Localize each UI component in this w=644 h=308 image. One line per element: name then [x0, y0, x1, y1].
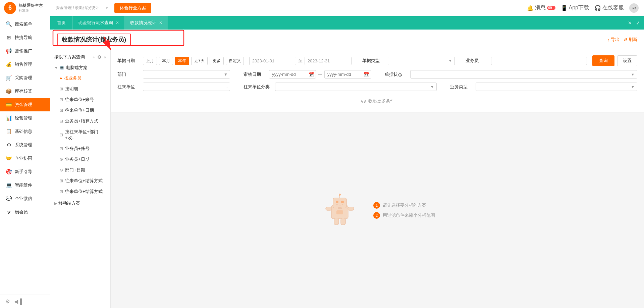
date-btn-7days[interactable]: 近7天	[191, 57, 208, 65]
date-btn-this-month[interactable]: 本月	[159, 57, 173, 65]
date-from-input[interactable]	[249, 57, 296, 65]
scheme-item-unit-dept-recv[interactable]: ⊡ 按往来单位+部门+收...	[50, 126, 110, 143]
data-area: 1 请先选择要分析的方案 2 用过滤条件来缩小分析范围	[111, 112, 644, 308]
download-icon: 📱	[561, 5, 568, 11]
review-date-label: 审核日期	[244, 71, 264, 78]
add-scheme-icon[interactable]: +	[93, 54, 95, 60]
receipt-tab-close-icon[interactable]: ✕	[159, 20, 162, 25]
partner-category-select-wrapper: ▼	[275, 83, 437, 91]
collapse-filter-button[interactable]: ∧∧ 收起更多条件	[124, 95, 631, 107]
calendar-from-icon: 📅	[308, 72, 314, 77]
export-icon: ↑	[607, 37, 610, 42]
sidebar-item-search[interactable]: 🔍 搜索菜单	[0, 17, 50, 31]
export-button[interactable]: ↑ 导出	[607, 37, 620, 43]
refresh-button[interactable]: ↺ 刷新	[624, 37, 637, 43]
dept-input[interactable]	[143, 70, 222, 78]
sidebar-item-operation[interactable]: 📊 经营管理	[0, 111, 50, 125]
scheme-item-salesman-account[interactable]: ⊡ 业务员+账号	[50, 143, 110, 154]
industry-solution-button[interactable]: 体验行业方案	[114, 3, 151, 13]
tab-home[interactable]: 首页	[50, 16, 73, 30]
sidebar-item-system[interactable]: ⚙ 系统管理	[0, 138, 50, 152]
business-type-select[interactable]	[476, 83, 637, 91]
tabbar: 首页 现金银行流水查询 ✕ 收款情况统计 ✕ ✕ ⤢	[50, 16, 644, 30]
sidebar-item-basic[interactable]: 📋 基础信息	[0, 125, 50, 138]
app-download-button[interactable]: 📱 App下载	[561, 4, 589, 11]
dept-dropdown-icon[interactable]: ▼	[222, 72, 230, 77]
salesman-select[interactable]	[491, 57, 587, 65]
date-btn-last-month[interactable]: 上月	[143, 57, 157, 65]
tab-receipt[interactable]: 收款情况统计 ✕	[125, 16, 168, 30]
sidebar-item-hardware[interactable]: 💻 智能硬件	[0, 178, 50, 192]
svg-rect-1	[333, 198, 346, 208]
date-btn-more[interactable]: 更多	[210, 57, 224, 65]
online-service-label: 在线客服	[602, 4, 624, 11]
scheme-salesman-date-icon: ⊙	[60, 157, 63, 162]
review-date-separator: —	[318, 72, 322, 77]
dept-label: 部门	[117, 71, 138, 78]
filter-row-1: 单据日期 上月 本月 本年 近7天 更多 自定义 至 单据类型	[117, 55, 637, 66]
date-label: 单据日期	[117, 58, 138, 64]
scheme-item-unit-settle2[interactable]: ⊡ 往来单位+结算方式	[50, 186, 110, 197]
settings-bottom-icon[interactable]: ⚙	[5, 298, 10, 305]
sidebar-item-guide[interactable]: 🎯 新手引导	[0, 165, 50, 178]
voucher-status-select[interactable]	[410, 70, 637, 79]
scheme-item-by-detail[interactable]: ⊞ 按明细	[50, 84, 110, 94]
maximize-window-icon[interactable]: ⤢	[636, 20, 640, 25]
close-window-icon[interactable]: ✕	[628, 20, 632, 25]
scheme-settings-icon[interactable]: ⚙	[97, 54, 102, 60]
avatar: Rit	[629, 3, 639, 13]
scheme-unit-settle1-icon: ⊞	[60, 178, 63, 183]
query-button[interactable]: 查询	[592, 55, 614, 66]
sidebar-item-finance[interactable]: 💳 资金管理	[0, 98, 50, 111]
date-btn-this-year[interactable]: 本年	[175, 57, 189, 65]
partner-input[interactable]	[143, 83, 222, 91]
online-service-button[interactable]: 🎧 在线客服	[594, 4, 624, 11]
bank-tab-close-icon[interactable]: ✕	[116, 20, 119, 25]
scheme-group-mobile-title[interactable]: ▶ 移动端方案	[50, 198, 110, 208]
sidebar-item-enterprise[interactable]: 🤝 企业协同	[0, 152, 50, 165]
date-shortcuts-group: 上月 本月 本年 近7天 更多 自定义	[143, 57, 244, 65]
date-to-input[interactable]	[305, 57, 352, 65]
scheme-item-dept-date[interactable]: ⊙ 部门+日期	[50, 165, 110, 175]
voucher-status-label: 单据状态	[385, 71, 405, 78]
quick-nav-icon: ⊞	[5, 34, 12, 41]
sidebar-item-marketing[interactable]: 📢 营销推广	[0, 44, 50, 58]
scheme-item-by-salesman[interactable]: ● 按业务员	[50, 73, 110, 84]
sidebar-item-wechat[interactable]: 💬 企业微信	[0, 192, 50, 205]
scheme-item-salesman-date[interactable]: ⊙ 业务员+日期	[50, 154, 110, 165]
user-menu[interactable]: Rit	[629, 3, 639, 13]
sidebar-item-member[interactable]: V 畅会员	[0, 205, 50, 219]
page-title: 收款情况统计(按业务员)	[57, 34, 131, 46]
sidebar-navigation: 🔍 搜索菜单 ⊞ 快捷导航 📢 营销推广 💰 销售管理 🛒 采购管理 📦 库存核…	[0, 16, 50, 295]
voucher-type-select[interactable]	[388, 57, 455, 65]
basic-icon: 📋	[5, 128, 12, 135]
salesman-select-wrapper: ···	[491, 57, 587, 65]
settings-button[interactable]: 设置	[617, 55, 637, 66]
partner-select-wrapper: ···	[143, 83, 230, 91]
bank-tab-label: 现金银行流水查询	[78, 20, 113, 26]
scheme-item-unit-date[interactable]: ⊡ 往来单位+日期	[50, 105, 110, 116]
group-icon: 💻	[59, 65, 64, 70]
tab-bank[interactable]: 现金银行流水查询 ✕	[73, 16, 125, 30]
wechat-icon: 💬	[5, 195, 12, 202]
svg-point-2	[336, 201, 338, 203]
partner-category-select[interactable]	[275, 83, 437, 91]
scheme-salesman-settle-icon: ⊟	[60, 119, 63, 123]
sidebar-item-inventory[interactable]: 📦 库存核算	[0, 85, 50, 98]
sidebar-item-purchase[interactable]: 🛒 采购管理	[0, 71, 50, 85]
date-btn-custom[interactable]: 自定义	[226, 57, 244, 65]
svg-rect-10	[341, 218, 345, 225]
scheme-group-desktop-title[interactable]: ▼ 💻 电脑端方案	[50, 63, 110, 73]
empty-tip-1: 1 请先选择要分析的方案	[373, 202, 435, 209]
collapse-sidebar-icon[interactable]: ◀▐	[14, 298, 22, 305]
collapse-scheme-icon[interactable]: «	[104, 54, 106, 60]
sidebar-item-sales[interactable]: 💰 销售管理	[0, 58, 50, 71]
scheme-detail-icon: ⊞	[60, 87, 63, 91]
scheme-item-salesman-settle[interactable]: ⊟ 业务员+结算方式	[50, 116, 110, 126]
sidebar-item-quick[interactable]: ⊞ 快捷导航	[0, 31, 50, 44]
scheme-item-unit-settle1[interactable]: ⊞ 往来单位+结算方式	[50, 175, 110, 186]
scheme-item-unit-account[interactable]: ⊡ 往来单位+账号	[50, 94, 110, 105]
scheme-group-desktop: ▼ 💻 电脑端方案 ● 按业务员 ⊞ 按明细 ⊡ 往来单位+账号 ⊡	[50, 63, 110, 197]
messages-button[interactable]: 🔔 消息 99+	[527, 4, 555, 11]
partner-more-icon[interactable]: ···	[222, 85, 230, 89]
